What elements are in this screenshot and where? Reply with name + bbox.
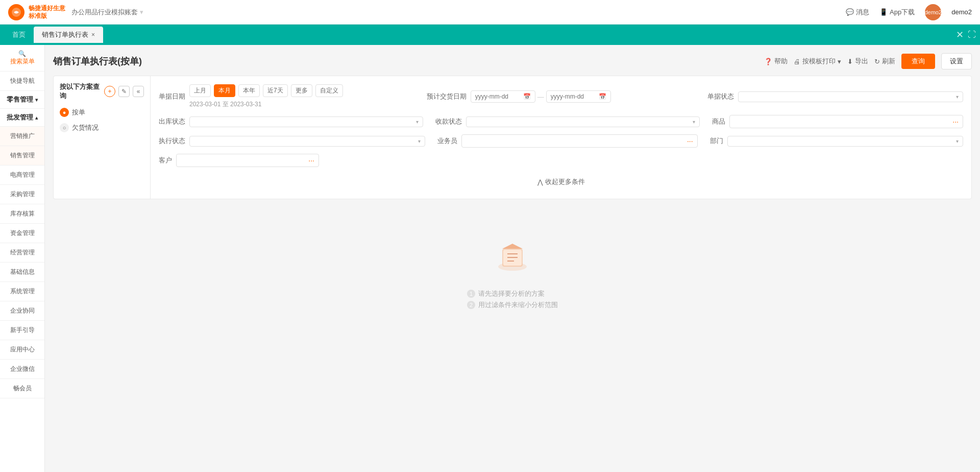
app-download-btn[interactable]: 📱 App下载 (879, 8, 915, 17)
sidebar-quick-nav[interactable]: 快捷导航 (0, 72, 44, 91)
filter-form: 单据日期 上月 本月 本年 近7天 更多 自定义 2023-03-01 至 20… (151, 76, 971, 199)
dept-label: 部门 (702, 136, 723, 146)
date-btn-lastmonth[interactable]: 上月 (189, 84, 211, 97)
header-left: 畅捷通好生意 标准版 办公用品行业模拟账套 ▾ (8, 4, 143, 20)
expected-date-start[interactable]: 📅 (471, 90, 535, 103)
receipt-status-label: 收款状态 (427, 117, 462, 126)
page-title: 销售订单执行表(按单) (53, 55, 142, 67)
breadcrumb-arrow-icon: ▾ (140, 8, 143, 16)
exec-status-label: 执行状态 (159, 136, 185, 146)
plan-collapse-btn[interactable]: « (133, 86, 144, 97)
plan-icons: + ✎ « (104, 86, 144, 97)
sidebar-item-wholesale[interactable]: 批发管理 ▴ (0, 109, 44, 127)
plan-item-order[interactable]: ● 按单 (54, 105, 150, 120)
expected-date-end[interactable]: 📅 (546, 90, 611, 103)
search-icon: 🔍 (18, 50, 26, 57)
receipt-status-select[interactable]: ▾ (466, 116, 700, 127)
sidebar-item-inventory[interactable]: 库存核算 (0, 204, 44, 224)
messages-btn[interactable]: 💬 消息 (846, 8, 869, 17)
sidebar: 🔍 搜索菜单 快捷导航 零售管理 ▾ 批发管理 ▴ 营销推广 销售管理 电商管理… (0, 45, 45, 472)
plan-label: 按以下方案查询 (60, 82, 104, 101)
date-btn-more[interactable]: 更多 (291, 84, 312, 97)
tab-active[interactable]: 销售订单执行表 × (34, 27, 103, 43)
logo-area: 畅捷通好生意 标准版 (8, 4, 65, 20)
date-btn-thismonth[interactable]: 本月 (214, 84, 235, 97)
tab-close-window-icon[interactable]: ✕ (956, 29, 964, 40)
export-btn[interactable]: ⬇ 导出 (847, 57, 868, 66)
page-title-bar: 销售订单执行表(按单) ❓ 帮助 🖨 按模板打印 ▾ ⬇ 导出 (53, 53, 972, 69)
collapse-btn[interactable]: ⋀ 收起更多条件 (159, 173, 963, 191)
tab-home[interactable]: 首页 (4, 27, 34, 43)
product-select[interactable]: ··· (729, 115, 963, 128)
search-btn[interactable]: 查询 (901, 54, 935, 69)
receipt-status-arrow-icon: ▾ (693, 119, 695, 125)
empty-illustration (492, 236, 533, 277)
exec-status-arrow-icon: ▾ (418, 138, 421, 144)
breadcrumb: 办公用品行业模拟账套 ▾ (71, 8, 143, 17)
date-label: 单据日期 (159, 92, 185, 101)
expected-date-group: 📅 — 📅 (471, 90, 696, 103)
exec-status-select[interactable]: ▾ (189, 136, 425, 147)
sidebar-item-retail[interactable]: 零售管理 ▾ (0, 91, 44, 109)
plan-item-backorder[interactable]: ○ 欠货情况 (54, 120, 150, 135)
empty-tip-2: 用过滤条件来缩小分析范围 (467, 300, 558, 310)
print-expand-icon: ▾ (838, 58, 841, 65)
plan-edit-btn[interactable]: ✎ (118, 86, 130, 97)
logo-text: 畅捷通好生意 标准版 (29, 5, 65, 19)
sidebar-item-enterprise[interactable]: 企业协同 (0, 301, 44, 321)
help-btn[interactable]: ❓ 帮助 (764, 57, 788, 66)
logo-icon (8, 4, 24, 20)
retail-expand-icon: ▾ (35, 97, 38, 103)
sidebar-item-basic-info[interactable]: 基础信息 (0, 263, 44, 282)
plan-add-btn[interactable]: + (104, 86, 115, 97)
salesperson-select[interactable]: ··· (461, 134, 697, 148)
date-btn-custom[interactable]: 自定义 (315, 84, 343, 97)
date-sep: — (537, 93, 544, 101)
sidebar-item-system[interactable]: 系统管理 (0, 282, 44, 301)
sidebar-item-operations[interactable]: 经营管理 (0, 243, 44, 263)
avatar[interactable]: demo2 (925, 4, 941, 20)
expected-date-end-input[interactable] (551, 93, 597, 100)
sidebar-item-sales[interactable]: 销售管理 (0, 146, 44, 166)
sidebar-item-member[interactable]: 畅会员 (0, 379, 44, 398)
sidebar-item-apps[interactable]: 应用中心 (0, 340, 44, 360)
out-status-arrow-icon: ▾ (416, 119, 419, 125)
sidebar-item-ecommerce[interactable]: 电商管理 (0, 166, 44, 185)
filter-row-2: 出库状态 ▾ 收款状态 ▾ 商品 ··· (159, 115, 963, 128)
salesperson-dots-icon[interactable]: ··· (687, 137, 693, 145)
sidebar-item-purchase[interactable]: 采购管理 (0, 185, 44, 204)
refresh-btn[interactable]: ↻ 刷新 (874, 57, 895, 66)
left-plan-panel: 按以下方案查询 + ✎ « (54, 76, 151, 199)
wholesale-expand-icon: ▴ (35, 115, 38, 121)
refresh-icon: ↻ (874, 58, 880, 65)
doc-status-select[interactable]: ▾ (738, 91, 963, 102)
plan-item-backorder-icon: ○ (60, 123, 69, 132)
message-icon: 💬 (846, 8, 854, 16)
product-dots-icon[interactable]: ··· (952, 117, 959, 126)
out-status-label: 出库状态 (159, 117, 185, 126)
tab-close-icon[interactable]: × (91, 31, 95, 38)
calendar-icon-end: 📅 (599, 93, 606, 100)
settings-btn[interactable]: 设置 (941, 53, 972, 69)
date-btn-thisyear[interactable]: 本年 (238, 84, 260, 97)
print-btn[interactable]: 🖨 按模板打印 ▾ (794, 57, 841, 66)
product-label: 商品 (704, 117, 725, 126)
sidebar-item-newbie[interactable]: 新手引导 (0, 321, 44, 340)
dept-arrow-icon: ▾ (956, 138, 959, 144)
sidebar-item-wechat[interactable]: 企业微信 (0, 360, 44, 379)
empty-tips: 请先选择要分析的方案 用过滤条件来缩小分析范围 (467, 287, 558, 312)
tab-maximize-icon[interactable]: ⛶ (968, 30, 976, 39)
customer-dots-icon[interactable]: ··· (308, 156, 314, 164)
svg-marker-4 (502, 244, 523, 249)
customer-select[interactable]: ··· (176, 154, 319, 167)
collapse-up-icon: ⋀ (537, 178, 543, 186)
sidebar-search[interactable]: 🔍 搜索菜单 (0, 45, 44, 72)
dept-select[interactable]: ▾ (727, 136, 963, 147)
sidebar-item-marketing[interactable]: 营销推广 (0, 127, 44, 146)
sidebar-item-finance[interactable]: 资金管理 (0, 224, 44, 243)
date-btn-7days[interactable]: 近7天 (263, 84, 288, 97)
out-status-select[interactable]: ▾ (189, 116, 423, 127)
expected-date-start-input[interactable] (475, 93, 521, 100)
customer-label: 客户 (159, 156, 172, 165)
filter-row-4: 客户 ··· (159, 154, 963, 167)
